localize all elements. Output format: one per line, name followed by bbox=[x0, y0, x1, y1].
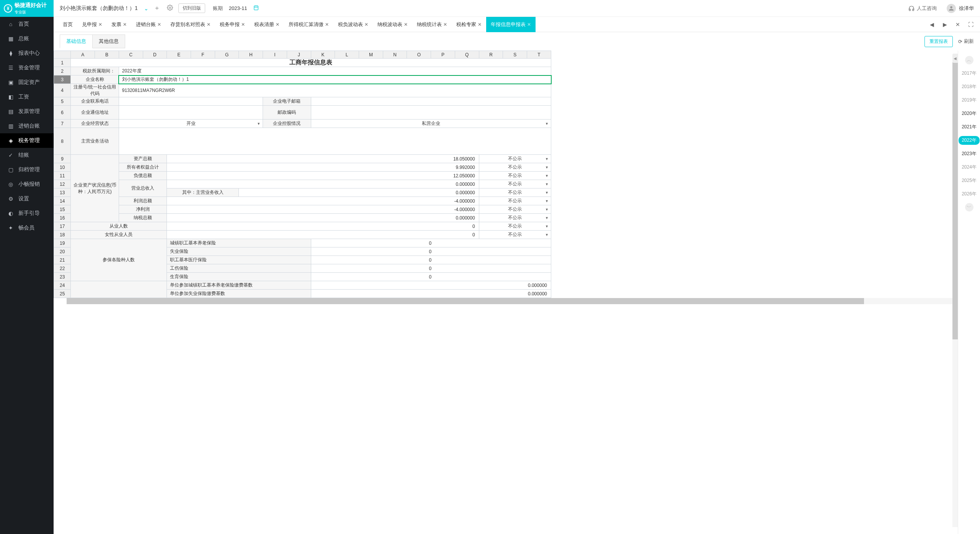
row-header-15[interactable]: 15 bbox=[54, 205, 71, 214]
year-2023年[interactable]: 2023年 bbox=[959, 149, 980, 158]
col-header-D[interactable]: D bbox=[143, 51, 167, 59]
cell-r14-value[interactable]: -4.000000 bbox=[167, 197, 479, 205]
fullscreen-icon[interactable]: ⛶ bbox=[966, 20, 975, 29]
tab-close-icon[interactable]: ✕ bbox=[207, 22, 211, 27]
col-header-F[interactable]: F bbox=[191, 51, 215, 59]
row-header-23[interactable]: 23 bbox=[54, 273, 71, 281]
tab-close-icon[interactable]: ✕ bbox=[123, 22, 127, 27]
row-header-14[interactable]: 14 bbox=[54, 197, 71, 205]
col-header-C[interactable]: C bbox=[119, 51, 143, 59]
nav-item-6[interactable]: ▤发票管理 bbox=[0, 104, 54, 119]
row-header-16[interactable]: 16 bbox=[54, 214, 71, 222]
col-header-I[interactable]: I bbox=[263, 51, 287, 59]
row-header-4[interactable]: 4 bbox=[54, 84, 71, 97]
cell-r22-value[interactable]: 0 bbox=[311, 264, 551, 273]
nav-item-9[interactable]: ✓结账 bbox=[0, 148, 54, 162]
cell-r5-val2[interactable] bbox=[311, 97, 551, 106]
row-header-8[interactable]: 8 bbox=[54, 128, 71, 155]
cell-r13-disc[interactable]: 不公示 bbox=[479, 188, 551, 197]
col-header-K[interactable]: K bbox=[311, 51, 335, 59]
cell-r11-disc[interactable]: 不公示 bbox=[479, 172, 551, 180]
nav-item-7[interactable]: ▥进销台账 bbox=[0, 119, 54, 133]
cell-r3-value[interactable]: 刘小艳演示账套（勿删勿动！）1 bbox=[119, 75, 551, 84]
year-2022年[interactable]: 2022年 bbox=[959, 136, 980, 145]
year-down-icon[interactable]: ﹀ bbox=[965, 203, 973, 211]
year-2024年[interactable]: 2024年 bbox=[959, 163, 980, 172]
spreadsheet[interactable]: ABCDEFGHIJKLMNOPQRST1工商年报信息表2税款所属期间：2022… bbox=[54, 51, 958, 534]
tab-3[interactable]: 进销台账✕ bbox=[131, 17, 166, 32]
col-header-S[interactable]: S bbox=[503, 51, 527, 59]
row-header-10[interactable]: 10 bbox=[54, 163, 71, 172]
col-header-E[interactable]: E bbox=[167, 51, 191, 59]
nav-item-11[interactable]: ◎小畅报销 bbox=[0, 177, 54, 192]
cell-r20-value[interactable]: 0 bbox=[311, 247, 551, 256]
tabs-next-icon[interactable]: ▶ bbox=[940, 20, 949, 29]
tab-9[interactable]: 纳税波动表✕ bbox=[373, 17, 412, 32]
tab-close-icon[interactable]: ✕ bbox=[157, 22, 161, 27]
reset-report-button[interactable]: 重置报表 bbox=[924, 36, 953, 47]
add-account-button[interactable]: ＋ bbox=[152, 4, 162, 12]
col-header-O[interactable]: O bbox=[407, 51, 431, 59]
tab-12[interactable]: 年报信息申报表✕ bbox=[486, 17, 536, 32]
col-header-A[interactable]: A bbox=[71, 51, 95, 59]
chevron-down-icon[interactable]: ⌄ bbox=[144, 5, 149, 11]
tab-close-icon[interactable]: ✕ bbox=[98, 22, 102, 27]
year-2020年[interactable]: 2020年 bbox=[959, 109, 980, 118]
tab-11[interactable]: 税检专家✕ bbox=[452, 17, 486, 32]
col-header-B[interactable]: B bbox=[95, 51, 119, 59]
nav-item-0[interactable]: ⌂首页 bbox=[0, 17, 54, 31]
year-2026年[interactable]: 2026年 bbox=[959, 190, 980, 198]
row-header-9[interactable]: 9 bbox=[54, 155, 71, 163]
nav-item-2[interactable]: ⧫报表中心 bbox=[0, 46, 54, 61]
tab-close-icon[interactable]: ✕ bbox=[443, 22, 447, 27]
row-header-2[interactable]: 2 bbox=[54, 67, 71, 75]
col-header-M[interactable]: M bbox=[359, 51, 383, 59]
year-2025年[interactable]: 2025年 bbox=[959, 176, 980, 185]
cell-r15-value[interactable]: -4.000000 bbox=[167, 205, 479, 214]
period-value[interactable]: 2023-11 bbox=[229, 5, 247, 11]
refresh-button[interactable]: ⟳ 刷新 bbox=[958, 38, 974, 45]
tab-close-icon[interactable]: ✕ bbox=[404, 22, 408, 27]
cell-r14-disc[interactable]: 不公示 bbox=[479, 197, 551, 205]
cell-r4-value[interactable]: 91320811MA7NGR2W6R bbox=[119, 84, 551, 97]
cell-r15-disc[interactable]: 不公示 bbox=[479, 205, 551, 214]
tab-close-icon[interactable]: ✕ bbox=[527, 22, 531, 27]
col-header-Q[interactable]: Q bbox=[455, 51, 479, 59]
cell-r18-value[interactable]: 0 bbox=[167, 231, 479, 239]
cell-r16-disc[interactable]: 不公示 bbox=[479, 214, 551, 222]
row-header-19[interactable]: 19 bbox=[54, 239, 71, 247]
cell-r11-value[interactable]: 12.050000 bbox=[167, 172, 479, 180]
horizontal-scrollbar[interactable] bbox=[67, 298, 952, 304]
col-header-R[interactable]: R bbox=[479, 51, 503, 59]
tab-close-icon[interactable]: ✕ bbox=[325, 22, 329, 27]
tab-close-icon[interactable]: ✕ bbox=[241, 22, 245, 27]
cell-r18-disc[interactable]: 不公示 bbox=[479, 231, 551, 239]
nav-item-1[interactable]: ▦总账 bbox=[0, 31, 54, 46]
row-header-3[interactable]: 3 bbox=[54, 75, 71, 84]
col-header-G[interactable]: G bbox=[215, 51, 239, 59]
user-menu[interactable]: 徐泽华 bbox=[947, 4, 974, 13]
tab-10[interactable]: 纳税统计表✕ bbox=[412, 17, 452, 32]
cell-r21-value[interactable]: 0 bbox=[311, 256, 551, 264]
account-settings-icon[interactable] bbox=[165, 5, 175, 12]
row-header-22[interactable]: 22 bbox=[54, 264, 71, 273]
row-header-12[interactable]: 12 bbox=[54, 180, 71, 188]
row-header-1[interactable]: 1 bbox=[54, 59, 71, 67]
year-2018年[interactable]: 2018年 bbox=[959, 82, 980, 91]
cell-r17-value[interactable]: 0 bbox=[167, 222, 479, 231]
tab-4[interactable]: 存货别名对照表✕ bbox=[166, 17, 215, 32]
cell-r9-value[interactable]: 18.050000 bbox=[167, 155, 479, 163]
col-header-J[interactable]: J bbox=[287, 51, 311, 59]
cell-r25-value[interactable]: 0.000000 bbox=[311, 290, 551, 298]
col-header-L[interactable]: L bbox=[335, 51, 359, 59]
tab-close-icon[interactable]: ✕ bbox=[478, 22, 482, 27]
vertical-scrollbar[interactable] bbox=[952, 58, 958, 527]
col-header-T[interactable]: T bbox=[527, 51, 551, 59]
calendar-icon[interactable] bbox=[253, 5, 259, 11]
cell-r8-val[interactable] bbox=[119, 128, 551, 155]
tab-5[interactable]: 税务申报✕ bbox=[215, 17, 250, 32]
account-selector[interactable]: 刘小艳演示账套（勿删勿动！）1 bbox=[60, 5, 138, 12]
tab-6[interactable]: 税表清册✕ bbox=[250, 17, 284, 32]
support-button[interactable]: 人工咨询 bbox=[908, 5, 937, 12]
nav-item-3[interactable]: ☰资金管理 bbox=[0, 61, 54, 75]
